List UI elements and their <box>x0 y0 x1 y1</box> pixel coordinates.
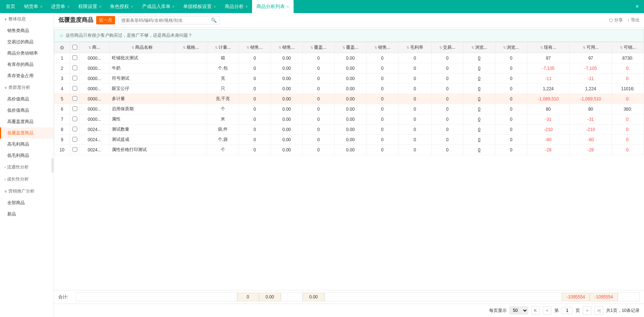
close-icon[interactable]: × <box>99 4 101 9</box>
export-button[interactable]: ↑ 导出 <box>627 17 640 23</box>
select-all-checkbox[interactable] <box>72 45 77 49</box>
search-input[interactable] <box>121 18 211 23</box>
sidebar-item-traded-goods[interactable]: 交易过的商品 <box>0 36 54 48</box>
row-checkbox[interactable] <box>72 106 77 111</box>
nav-tab-template[interactable]: 单据模板设置 × <box>179 0 220 13</box>
row-checkbox-cell[interactable] <box>70 74 79 84</box>
nav-tab-analysis[interactable]: 商品分析 × <box>220 0 252 13</box>
row-checkbox-cell[interactable] <box>70 145 79 155</box>
spec-col-header[interactable]: ⇅规格... <box>175 42 207 53</box>
close-icon[interactable]: × <box>246 4 248 9</box>
first-page-button[interactable]: K <box>531 306 540 315</box>
row-checkbox-cell[interactable] <box>70 135 79 145</box>
row-checkbox[interactable] <box>72 66 77 70</box>
nav-tab-permission[interactable]: 权限设置 × <box>74 0 106 13</box>
row-checkbox[interactable] <box>72 86 77 91</box>
available-stock-col-header[interactable]: ⇅可用... <box>569 42 612 53</box>
period-button[interactable]: 近一月 <box>96 16 115 24</box>
current-stock-col-header[interactable]: ⇅现有... <box>527 42 569 53</box>
row-checkbox[interactable] <box>72 116 77 121</box>
sellable-col-header[interactable]: ⇅可销... <box>612 42 644 53</box>
settings-col-header[interactable]: ⚙ <box>54 42 70 53</box>
sidebar-section-title-group[interactable]: ∨ 类群度分析 <box>0 82 54 94</box>
sales-count-col-header[interactable]: ⇅销售... <box>239 42 271 53</box>
sidebar-item-high-value[interactable]: 高价值商品 <box>0 94 54 105</box>
sidebar-item-category-rate[interactable]: 商品分类动销率 <box>0 48 54 59</box>
sidebar-section-title-liquidity[interactable]: › 流通性分析 <box>0 161 54 173</box>
last-page-button[interactable]: >| <box>594 306 603 315</box>
browse1-col-header[interactable]: ⇅浏览... <box>463 42 495 53</box>
row-checkbox-cell[interactable] <box>70 63 79 74</box>
row-browse1[interactable]: 0 <box>463 124 495 135</box>
row-checkbox-cell[interactable] <box>70 94 79 104</box>
nav-tab-analysis-list[interactable]: 商品分析列表 × <box>252 0 293 13</box>
row-browse1[interactable]: 0 <box>463 135 495 145</box>
sidebar-item-low-value[interactable]: 低价值商品 <box>0 105 54 116</box>
row-checkbox-cell[interactable] <box>70 104 79 114</box>
sidebar-section-title-overall[interactable]: ∨ 整体信息 <box>0 13 54 25</box>
next-page-button[interactable]: > <box>583 306 592 315</box>
row-checkbox[interactable] <box>72 137 77 142</box>
sidebar-item-high-profit[interactable]: 高毛利商品 <box>0 139 54 150</box>
sidebar-item-stock-capital[interactable]: 库存资金占用 <box>0 70 54 82</box>
sidebar-item-stock-goods[interactable]: 有库存的商品 <box>0 59 54 70</box>
close-icon[interactable]: × <box>40 4 42 9</box>
row-index: 7 <box>54 114 70 124</box>
page-size-select[interactable]: 50 20 100 <box>510 306 528 314</box>
sidebar-section-title-marketing[interactable]: ∨ 营销推广分析 <box>0 185 54 197</box>
close-icon[interactable]: × <box>213 4 216 9</box>
nav-tab-purchase[interactable]: 进货单 × <box>47 0 74 13</box>
row-checkbox[interactable] <box>72 55 77 60</box>
row-checkbox-cell[interactable] <box>70 114 79 124</box>
row-browse1[interactable]: 0 <box>463 145 495 155</box>
sidebar-item-low-coverage[interactable]: 低覆盖度商品 <box>0 127 54 139</box>
row-browse1[interactable]: 0 <box>463 104 495 114</box>
prev-page-button[interactable]: < <box>543 306 551 315</box>
row-browse1[interactable]: 0 <box>463 74 495 84</box>
window-close-button[interactable]: × <box>632 3 643 10</box>
gross-rate-col-header[interactable]: ⇅毛利率 <box>398 42 431 53</box>
nav-tab-product-in[interactable]: 产成品入库单 × <box>138 0 179 13</box>
row-browse1[interactable]: 0 <box>463 94 495 104</box>
close-icon[interactable]: × <box>172 4 174 9</box>
sidebar-collapse-button[interactable]: « <box>51 158 54 173</box>
row-checkbox[interactable] <box>72 147 77 152</box>
nav-tab-sales[interactable]: 销货单 × <box>20 0 47 13</box>
sidebar-item-all-goods[interactable]: 全部商品 <box>0 197 54 209</box>
row-browse1[interactable]: 0 <box>463 114 495 124</box>
sidebar-item-new-goods[interactable]: 新品 <box>0 209 54 220</box>
row-checkbox[interactable] <box>72 76 77 80</box>
sidebar-item-sales-goods[interactable]: 销售类商品 <box>0 25 54 36</box>
cover2-col-header[interactable]: ⇅覆盖... <box>334 42 366 53</box>
close-icon[interactable]: × <box>67 4 69 9</box>
row-checkbox[interactable] <box>72 96 77 101</box>
row-browse1[interactable]: 0 <box>463 53 495 63</box>
nav-tab-home[interactable]: 首页 <box>1 0 20 13</box>
unit-col-header[interactable]: ⇅计量... <box>207 42 239 53</box>
name-col-header[interactable]: ⇅商品名称 <box>109 42 175 53</box>
footer-sales-count: 0 <box>237 293 259 301</box>
sidebar-item-low-profit[interactable]: 低毛利商品 <box>0 150 54 161</box>
close-icon[interactable]: × <box>287 4 289 9</box>
row-checkbox-cell[interactable] <box>70 53 79 63</box>
row-checkbox-cell[interactable] <box>70 84 79 94</box>
code-col-header[interactable]: ⇅商... <box>79 42 109 53</box>
sidebar-section-title-growth[interactable]: › 成长性分析 <box>0 173 54 185</box>
row-checkbox[interactable] <box>72 127 77 131</box>
sales-amount-col-header[interactable]: ⇅销售... <box>271 42 303 53</box>
sales-price-col-header[interactable]: ⇅销售... <box>366 42 398 53</box>
checkbox-col-header[interactable] <box>70 42 79 53</box>
row-browse1[interactable]: 0 <box>463 63 495 74</box>
sidebar-item-high-coverage[interactable]: 高覆盖度商品 <box>0 116 54 127</box>
trade-col-header[interactable]: ⇅交易... <box>431 42 463 53</box>
nav-tab-role[interactable]: 角色授权 × <box>106 0 137 13</box>
row-browse1[interactable]: 0 <box>463 84 495 94</box>
page-number-input[interactable] <box>562 307 573 314</box>
row-cover2: 0.00 <box>334 53 366 63</box>
row-checkbox-cell[interactable] <box>70 124 79 135</box>
close-icon[interactable]: × <box>131 4 133 9</box>
cover1-col-header[interactable]: ⇅覆盖... <box>303 42 335 53</box>
share-button[interactable]: ⬡ 分享 <box>609 17 623 23</box>
browse2-col-header[interactable]: ⇅浏览... <box>495 42 527 53</box>
row-sales-count: 0 <box>239 74 271 84</box>
